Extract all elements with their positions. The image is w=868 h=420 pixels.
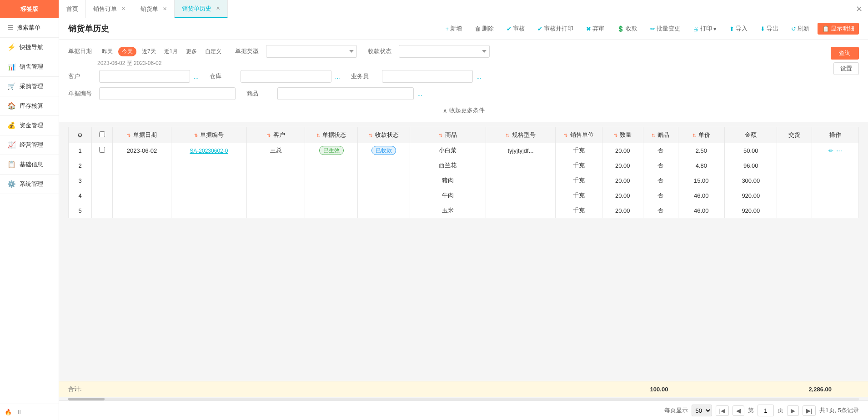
th-pay-status[interactable]: 收款状态 bbox=[357, 127, 410, 143]
page-last-button[interactable]: ▶| bbox=[803, 405, 816, 416]
row-order-no-3[interactable] bbox=[171, 173, 247, 188]
batch-change-button[interactable]: ✏ 批量变更 bbox=[646, 23, 685, 35]
close-tab-sales-goods[interactable]: ✕ bbox=[163, 6, 167, 12]
tab-home[interactable]: 首页 bbox=[59, 0, 86, 18]
row-price-5: 46.00 bbox=[678, 203, 725, 218]
query-button[interactable]: 查询 bbox=[831, 47, 859, 60]
settings-gear-icon[interactable]: ⚙ bbox=[77, 132, 83, 139]
sidebar-item-base-info[interactable]: 📋 基础信息 bbox=[0, 155, 59, 175]
page-prev-button[interactable]: ◀ bbox=[733, 405, 744, 416]
row-order-no-4[interactable] bbox=[171, 188, 247, 203]
salesman-input[interactable] bbox=[382, 70, 473, 83]
close-all-tabs[interactable]: ✕ bbox=[850, 4, 868, 14]
print-button[interactable]: 🖨 打印 ▾ bbox=[688, 23, 721, 35]
th-qty[interactable]: 数量 bbox=[602, 127, 643, 143]
sidebar-item-inventory[interactable]: 🏠 库存核算 bbox=[0, 96, 59, 116]
page-input[interactable] bbox=[758, 405, 774, 416]
close-tab-sales-order[interactable]: ✕ bbox=[121, 6, 125, 12]
goods-dots[interactable]: ... bbox=[417, 90, 422, 97]
th-price[interactable]: 单价 bbox=[678, 127, 725, 143]
sidebar-item-sales-mgmt[interactable]: 📊 销售管理 bbox=[0, 57, 59, 77]
th-goods[interactable]: 商品 bbox=[410, 127, 486, 143]
warehouse-input[interactable] bbox=[241, 70, 331, 83]
select-all-checkbox[interactable] bbox=[99, 131, 105, 137]
warehouse-dots[interactable]: ... bbox=[335, 73, 340, 80]
collapse-button[interactable]: ∧ 收起更多条件 bbox=[68, 105, 859, 116]
doc-type-select[interactable] bbox=[266, 45, 357, 58]
row-order-no-1[interactable]: SA-20230602-0 bbox=[171, 143, 247, 158]
close-tab-sales-history[interactable]: ✕ bbox=[216, 5, 220, 11]
edit-button-1[interactable]: ✏ bbox=[828, 147, 833, 154]
per-page-select[interactable]: 50 bbox=[692, 405, 712, 416]
customer-label: 客户 bbox=[68, 72, 95, 80]
sidebar-item-finance[interactable]: 💰 资金管理 bbox=[0, 116, 59, 135]
doc-no-input[interactable] bbox=[99, 87, 236, 100]
th-spec[interactable]: 规格型号 bbox=[486, 127, 556, 143]
row-trade-2 bbox=[777, 158, 812, 173]
scroll-thumb[interactable] bbox=[68, 398, 105, 400]
row-check-2[interactable] bbox=[92, 158, 113, 173]
export-button[interactable]: ⬇ 导出 bbox=[756, 23, 783, 35]
row-check-4[interactable] bbox=[92, 188, 113, 203]
date-btn-more[interactable]: 更多 bbox=[183, 47, 200, 56]
collect-button[interactable]: 💲 收款 bbox=[612, 23, 642, 35]
tab-sales-order[interactable]: 销售订单 ✕ bbox=[86, 0, 133, 18]
pay-status-select[interactable] bbox=[399, 45, 490, 58]
sidebar-item-search-menu[interactable]: ☰ 搜索菜单 bbox=[0, 18, 59, 38]
sidebar-bottom-icon2[interactable]: ⏸ bbox=[16, 409, 22, 415]
row-order-no-2[interactable] bbox=[171, 158, 247, 173]
new-button[interactable]: + 新增 bbox=[441, 23, 467, 35]
delete-button[interactable]: 🗑 删除 bbox=[470, 23, 498, 35]
page-next-button[interactable]: ▶ bbox=[787, 405, 799, 416]
date-btn-1month[interactable]: 近1月 bbox=[161, 47, 181, 56]
show-detail-button[interactable]: 📋 显示明细 bbox=[818, 23, 859, 35]
row-checkbox-1[interactable] bbox=[99, 147, 105, 153]
discard-button[interactable]: ✖ 弃审 bbox=[582, 23, 609, 35]
filter-group-doc-type: 单据类型 bbox=[235, 45, 357, 58]
salesman-dots[interactable]: ... bbox=[477, 73, 482, 80]
tab-sales-history[interactable]: 销货单历史 ✕ bbox=[175, 0, 228, 18]
sidebar-item-purchase-mgmt[interactable]: 🛒 采购管理 bbox=[0, 77, 59, 96]
date-btn-yesterday[interactable]: 昨天 bbox=[99, 47, 115, 56]
date-btn-today[interactable]: 今天 bbox=[118, 47, 136, 56]
th-customer[interactable]: 客户 bbox=[247, 127, 305, 143]
th-order-no[interactable]: 单据编号 bbox=[171, 127, 247, 143]
date-btn-custom[interactable]: 自定义 bbox=[202, 47, 224, 56]
goods-input[interactable] bbox=[277, 87, 414, 100]
refresh-button[interactable]: ↺ 刷新 bbox=[787, 23, 814, 35]
th-doc-status[interactable]: 单据状态 bbox=[305, 127, 357, 143]
audit-print-button[interactable]: ✔ 审核并打印 bbox=[533, 23, 578, 35]
row-check-1[interactable] bbox=[92, 143, 113, 158]
row-qty-4: 20.00 bbox=[602, 188, 643, 203]
sidebar-bottom-icon1[interactable]: 🔥 bbox=[5, 409, 12, 415]
row-check-5[interactable] bbox=[92, 203, 113, 218]
filter-group-customer: 客户 ... bbox=[68, 70, 199, 83]
set-button[interactable]: 设置 bbox=[833, 62, 859, 75]
th-settings[interactable]: ⚙ bbox=[69, 127, 92, 143]
order-no-link[interactable]: SA-20230602-0 bbox=[190, 148, 228, 154]
row-amount-5: 920.00 bbox=[725, 203, 777, 218]
scroll-bar[interactable] bbox=[59, 397, 868, 400]
audit-icon: ✔ bbox=[507, 25, 512, 32]
sidebar-item-quick-nav[interactable]: ⚡ 快捷导航 bbox=[0, 38, 59, 57]
sidebar-item-operation[interactable]: 📈 经营管理 bbox=[0, 135, 59, 155]
th-date[interactable]: 单据日期 bbox=[113, 127, 171, 143]
th-unit[interactable]: 销售单位 bbox=[556, 127, 602, 143]
tab-sales-goods[interactable]: 销货单 ✕ bbox=[133, 0, 175, 18]
summary-values: 100.00 2,286.00 bbox=[105, 386, 859, 393]
customer-dots[interactable]: ... bbox=[194, 73, 199, 80]
date-btn-7days[interactable]: 近7天 bbox=[139, 47, 159, 56]
delete-button-1[interactable]: ⋯ bbox=[836, 147, 842, 154]
customer-input[interactable] bbox=[99, 70, 190, 83]
row-order-no-5[interactable] bbox=[171, 203, 247, 218]
status-badge: 已生效 bbox=[319, 146, 344, 155]
th-gift[interactable]: 赠品 bbox=[643, 127, 678, 143]
row-num-4: 4 bbox=[69, 188, 92, 203]
audit-button[interactable]: ✔ 审核 bbox=[502, 23, 529, 35]
import-button[interactable]: ⬆ 导入 bbox=[725, 23, 752, 35]
page-label-suffix: 页 bbox=[778, 406, 783, 415]
th-check[interactable] bbox=[92, 127, 113, 143]
row-check-3[interactable] bbox=[92, 173, 113, 188]
sidebar-item-sys-mgmt[interactable]: ⚙️ 系统管理 bbox=[0, 175, 59, 194]
page-first-button[interactable]: |◀ bbox=[716, 405, 729, 416]
